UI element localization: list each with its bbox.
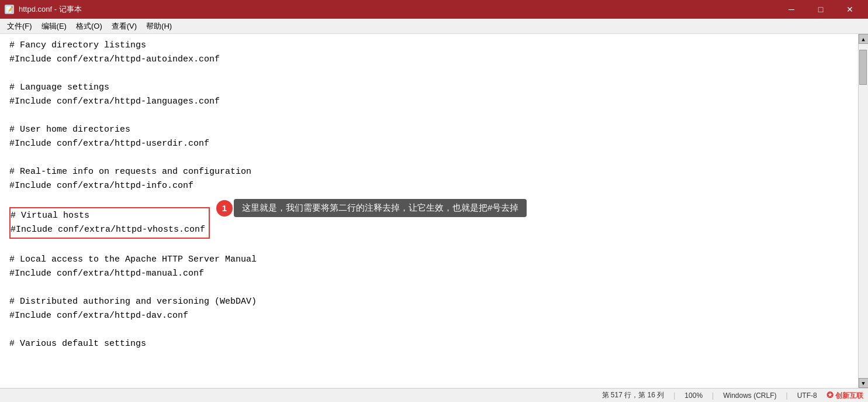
line-10: # Real-time info on requests and configu… <box>9 165 849 179</box>
status-zoom: 100% <box>684 391 703 400</box>
line-7: # User home directories <box>9 123 849 137</box>
line-2: #Include conf/extra/httpd-autoindex.conf <box>9 53 849 67</box>
title-bar: 📝 httpd.conf - 记事本 ─ □ ✕ <box>0 0 868 19</box>
status-charset: UTF-8 <box>797 391 817 400</box>
app-icon: 📝 <box>5 5 14 14</box>
line-19: # Distributed authoring and versioning (… <box>9 295 849 309</box>
menu-edit[interactable]: 编辑(E) <box>37 20 71 33</box>
menu-file[interactable]: 文件(F) <box>2 20 37 33</box>
line-18 <box>9 281 849 295</box>
line-17: #Include conf/extra/httpd-manual.conf <box>9 267 849 281</box>
line-9 <box>9 151 849 165</box>
status-encoding: Windows (CRLF) <box>723 391 776 400</box>
line-8: #Include conf/extra/httpd-userdir.conf <box>9 137 849 151</box>
close-button[interactable]: ✕ <box>836 0 863 19</box>
line-21 <box>9 323 849 337</box>
minimize-button[interactable]: ─ <box>778 0 805 19</box>
scroll-thumb[interactable] <box>859 50 867 85</box>
maximize-button[interactable]: □ <box>807 0 834 19</box>
line-1: # Fancy directory listings <box>9 39 849 53</box>
line-5: #Include conf/extra/httpd-languages.conf <box>9 95 849 109</box>
line-20: #Include conf/extra/httpd-dav.conf <box>9 309 849 323</box>
scrollbar[interactable]: ▲ ▼ <box>858 34 868 388</box>
status-brand: ✪ 创新互联 <box>826 390 863 401</box>
scroll-track[interactable] <box>859 44 869 378</box>
line-13: # Virtual hosts <box>11 209 205 223</box>
menu-view[interactable]: 查看(V) <box>107 20 141 33</box>
menu-format[interactable]: 格式(O) <box>71 20 107 33</box>
title-bar-left: 📝 httpd.conf - 记事本 <box>5 4 82 15</box>
status-sep-1: | <box>673 391 675 400</box>
line-14: #Include conf/extra/httpd-vhosts.conf <box>11 223 205 237</box>
menu-bar: 文件(F) 编辑(E) 格式(O) 查看(V) 帮助(H) <box>0 19 868 34</box>
scroll-up-button[interactable]: ▲ <box>859 34 869 44</box>
line-22: # Various default settings <box>9 337 849 351</box>
line-11: #Include conf/extra/httpd-info.conf <box>9 179 849 193</box>
line-6 <box>9 109 849 123</box>
content-area: # Fancy directory listings #Include conf… <box>0 34 868 388</box>
status-position: 第 517 行，第 16 列 <box>602 390 665 400</box>
callout-badge: 1 <box>216 200 233 217</box>
title-bar-controls: ─ □ ✕ <box>778 0 863 19</box>
line-4: # Language settings <box>9 81 849 95</box>
line-3 <box>9 67 849 81</box>
window-title: httpd.conf - 记事本 <box>19 4 82 15</box>
status-bar: 第 517 行，第 16 列 | 100% | Windows (CRLF) |… <box>0 388 868 402</box>
menu-help[interactable]: 帮助(H) <box>141 20 177 33</box>
callout-bubble: 这里就是，我们需要将第二行的注释去掉，让它生效，也就是把#号去掉 <box>234 199 527 217</box>
status-sep-2: | <box>712 391 714 400</box>
scroll-down-button[interactable]: ▼ <box>859 378 869 388</box>
status-sep-3: | <box>786 391 788 400</box>
line-15 <box>9 239 849 253</box>
line-16: # Local access to the Apache HTTP Server… <box>9 253 849 267</box>
callout-container: 1 这里就是，我们需要将第二行的注释去掉，让它生效，也就是把#号去掉 <box>216 199 527 217</box>
